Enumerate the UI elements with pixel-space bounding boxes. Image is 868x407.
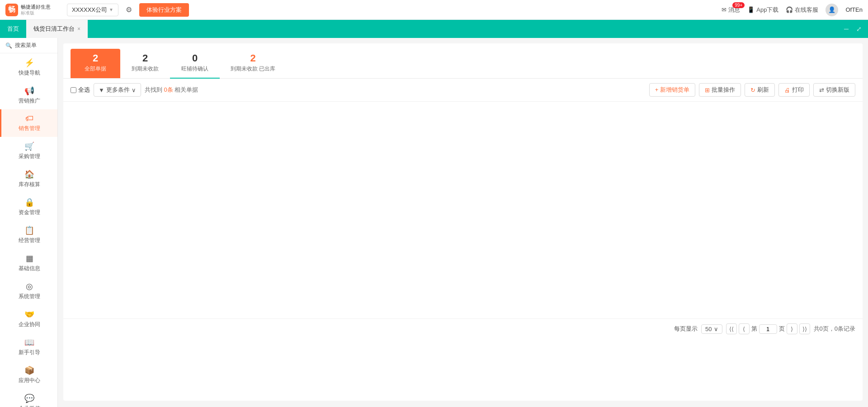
system-icon: ◎: [26, 281, 33, 291]
stat-tab-shipped[interactable]: 2 到期未收款 已出库: [220, 49, 286, 78]
user-icon: 👤: [828, 6, 835, 13]
quick-nav-icon: ⚡: [24, 58, 34, 68]
header-right: ✉ 消息 99+ 📱 App下载 🎧 在线客服 👤 OfTEn: [722, 4, 863, 16]
basic-info-icon: ▦: [26, 253, 33, 263]
toolbar-left: 全选 ▼ 更多条件 ∨ 共找到 0条 相关单据: [71, 83, 644, 97]
wechat-icon: 💬: [24, 393, 34, 403]
page-number-input[interactable]: [759, 324, 777, 334]
page-size-label: 每页显示: [674, 325, 698, 333]
prev-page-button[interactable]: ⟨: [739, 323, 750, 334]
sidebar-item-cooperation[interactable]: 🤝 企业协同: [0, 305, 57, 333]
message-badge: 99+: [732, 2, 745, 8]
trial-button[interactable]: 体验行业方案: [139, 3, 189, 17]
new-sale-order-button[interactable]: + 新增销货单: [649, 83, 695, 97]
stat-num-pending: 0: [192, 52, 198, 64]
total-records: 共0页，0条记录: [814, 325, 855, 333]
maximize-button[interactable]: ⤢: [854, 23, 864, 34]
tab-home[interactable]: 首页: [0, 20, 26, 38]
batch-operation-button[interactable]: ⊞ 批量操作: [699, 83, 741, 97]
page-text: 第: [751, 325, 757, 333]
switch-version-button[interactable]: ⇄ 切换新版: [813, 83, 855, 97]
tab-bar: 首页 钱货日清工作台 × ─ ⤢: [0, 20, 868, 38]
pagination: 每页显示 50 ∨ ⟨⟨ ⟨ 第 页 ⟩ ⟩⟩ 共0页，0条记录: [63, 318, 863, 339]
search-icon: 🔍: [5, 42, 12, 49]
app-download-button[interactable]: 📱 App下载: [747, 6, 778, 14]
stat-label-overdue: 到期未收款: [132, 65, 159, 73]
chevron-down-icon: ∨: [132, 87, 136, 94]
service-icon: 🎧: [786, 6, 793, 13]
refresh-icon: ↻: [750, 87, 755, 94]
sales-icon: 🏷: [25, 114, 33, 123]
stat-num-overdue: 2: [142, 52, 148, 64]
username-label: OfTEn: [845, 6, 863, 13]
stat-tab-pending[interactable]: 0 旺辅待确认: [170, 49, 220, 78]
refresh-button[interactable]: ↻ 刷新: [745, 83, 775, 97]
app-center-icon: 📦: [24, 365, 34, 375]
sidebar: 🔍 搜索菜单 ⚡ 快捷导航 📢 营销推广 🏷 销售管理 🛒 采购管理 🏠 库存核…: [0, 38, 58, 407]
operation-icon: 📋: [24, 225, 34, 235]
first-page-button[interactable]: ⟨⟨: [726, 323, 737, 334]
sidebar-item-inventory[interactable]: 🏠 库存核算: [0, 165, 57, 193]
top-header: 畅 畅捷通好生意 标准版 XXXXXX公司 ▼ ⚙ 体验行业方案 ✉ 消息 99…: [0, 0, 868, 20]
filter-icon: ▼: [99, 87, 104, 94]
message-icon: ✉: [722, 6, 726, 13]
sidebar-item-marketing[interactable]: 📢 营销推广: [0, 81, 57, 109]
logo-area: 畅 畅捷通好生意 标准版: [5, 4, 63, 16]
last-page-button[interactable]: ⟩⟩: [799, 323, 810, 334]
close-tab-icon[interactable]: ×: [77, 26, 80, 32]
company-selector[interactable]: XXXXXX公司 ▼: [67, 4, 118, 16]
purchase-icon: 🛒: [24, 141, 34, 151]
toolbar: 全选 ▼ 更多条件 ∨ 共找到 0条 相关单据 + 新增销货单 ⊞: [63, 79, 863, 102]
tab-bar-actions: ─ ⤢: [841, 23, 868, 34]
message-button[interactable]: ✉ 消息 99+: [722, 6, 740, 14]
stat-tab-overdue[interactable]: 2 到期未收款: [120, 49, 170, 78]
sidebar-item-system[interactable]: ◎ 系统管理: [0, 277, 57, 305]
batch-icon: ⊞: [705, 87, 710, 94]
logo-icon: 畅: [5, 4, 18, 16]
print-button[interactable]: 🖨 打印: [778, 83, 810, 97]
tab-work[interactable]: 钱货日清工作台 ×: [26, 20, 88, 38]
guide-icon: 📖: [24, 337, 34, 347]
cooperation-icon: 🤝: [24, 309, 34, 319]
sidebar-item-basic-info[interactable]: ▦ 基础信息: [0, 249, 57, 277]
select-all-input[interactable]: [71, 87, 76, 93]
chevron-down-icon: ∨: [714, 326, 718, 332]
stat-num-all: 2: [93, 52, 98, 64]
sidebar-item-purchase[interactable]: 🛒 采购管理: [0, 137, 57, 165]
more-filter-button[interactable]: ▼ 更多条件 ∨: [94, 83, 141, 97]
minimize-button[interactable]: ─: [841, 23, 852, 34]
sidebar-item-sales[interactable]: 🏷 销售管理: [0, 109, 57, 137]
stat-label-all: 全部单据: [85, 65, 106, 73]
chevron-down-icon: ▼: [109, 7, 113, 12]
page-suffix: 页: [779, 325, 785, 333]
sidebar-item-quick-nav[interactable]: ⚡ 快捷导航: [0, 53, 57, 81]
stat-tab-all[interactable]: 2 全部单据: [71, 49, 120, 78]
page-size-select[interactable]: 50 ∨: [701, 324, 722, 334]
sidebar-item-app-center[interactable]: 📦 应用中心: [0, 361, 57, 389]
sidebar-item-finance[interactable]: 🔒 资金管理: [0, 193, 57, 221]
select-all-checkbox[interactable]: 全选: [71, 86, 90, 94]
switch-icon: ⇄: [819, 87, 824, 94]
sidebar-item-guide[interactable]: 📖 新手引导: [0, 333, 57, 361]
settings-button[interactable]: ⚙: [122, 3, 136, 17]
found-count: 0条: [164, 86, 173, 93]
stat-label-pending: 旺辅待确认: [181, 65, 208, 73]
avatar[interactable]: 👤: [826, 4, 838, 16]
search-menu-button[interactable]: 🔍 搜索菜单: [0, 38, 57, 53]
inventory-icon: 🏠: [24, 169, 34, 179]
sidebar-item-wechat[interactable]: 💬 企业微信: [0, 389, 57, 407]
sidebar-item-operation[interactable]: 📋 经营管理: [0, 221, 57, 249]
finance-icon: 🔒: [24, 197, 34, 207]
next-page-button[interactable]: ⟩: [787, 323, 797, 334]
stat-label-shipped: 到期未收款 已出库: [231, 65, 275, 73]
table-area: [63, 102, 863, 318]
found-text: 共找到 0条 相关单据: [145, 86, 198, 94]
page-navigation: ⟨⟨ ⟨ 第 页 ⟩ ⟩⟩: [726, 323, 810, 334]
gear-icon: ⚙: [126, 5, 132, 14]
content-card: 2 全部单据 2 到期未收款 0 旺辅待确认 2 到期未收款 已出库 全选: [63, 43, 863, 401]
logo-text: 畅捷通好生意 标准版: [21, 4, 51, 16]
main-content: 2 全部单据 2 到期未收款 0 旺辅待确认 2 到期未收款 已出库 全选: [58, 38, 868, 407]
toolbar-right: + 新增销货单 ⊞ 批量操作 ↻ 刷新 🖨 打印 ⇄ 切换新版: [649, 83, 855, 97]
online-service-button[interactable]: 🎧 在线客服: [786, 6, 818, 14]
marketing-icon: 📢: [24, 86, 34, 96]
